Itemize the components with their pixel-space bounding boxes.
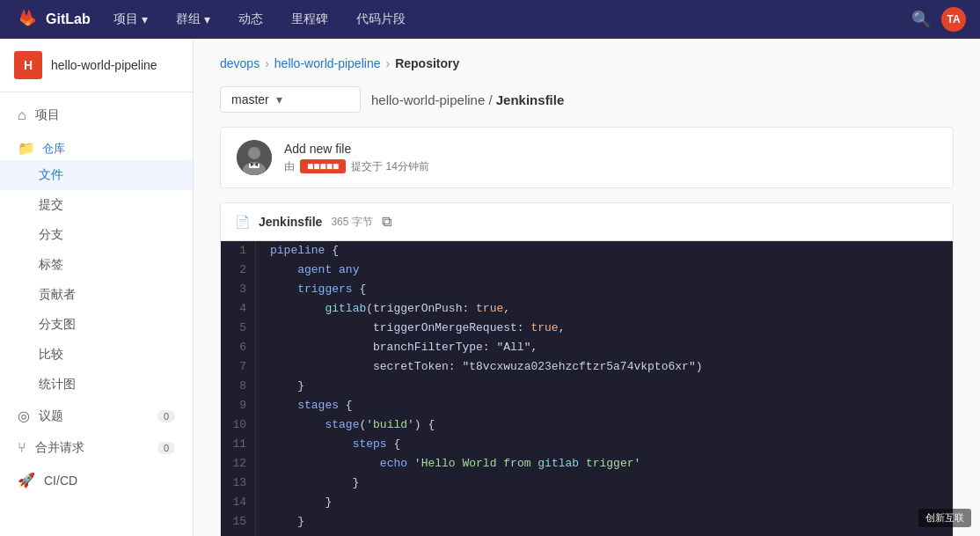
svg-point-1	[248, 147, 260, 159]
code-line: 7 secretToken: "t8vcxwuza023ehzcftzr5a74…	[221, 357, 953, 377]
code-line: 10 stage('build') {	[221, 415, 953, 435]
breadcrumb-project[interactable]: hello-world-pipeline	[274, 56, 381, 70]
home-icon: ⌂	[18, 107, 26, 123]
branch-selector[interactable]: master ▾	[220, 86, 361, 113]
code-line: 4 gitlab(triggerOnPush: true,	[221, 299, 953, 319]
sidebar-item-issues[interactable]: ◎ 议题 0	[0, 400, 193, 432]
nav-activity[interactable]: 动态	[233, 8, 268, 31]
code-block: 1pipeline {2 agent any3 triggers {4 gitl…	[221, 241, 953, 536]
commit-meta: 由 ■■■■■ 提交于 14分钟前	[284, 159, 937, 174]
breadcrumb: devops › hello-world-pipeline › Reposito…	[220, 56, 954, 70]
code-line: 16}	[221, 532, 953, 536]
user-avatar[interactable]: TA	[941, 7, 966, 32]
code-line: 15 }	[221, 512, 953, 532]
project-name: hello-world-pipeline	[51, 58, 157, 72]
sidebar-item-graph[interactable]: 分支图	[0, 310, 193, 340]
sidebar-project-header: H hello-world-pipeline	[0, 39, 193, 92]
commit-avatar	[237, 140, 272, 175]
main-content: devops › hello-world-pipeline › Reposito…	[194, 39, 980, 536]
nav-milestones[interactable]: 里程碑	[286, 8, 333, 31]
file-viewer: 📄 Jenkinsfile 365 字节 ⧉ 1pipeline {2 agen…	[220, 202, 954, 536]
project-avatar: H	[14, 51, 42, 79]
nav-projects[interactable]: 项目 ▾	[108, 8, 153, 31]
commit-author-tag: ■■■■■	[300, 159, 346, 173]
code-line: 13 }	[221, 474, 953, 493]
sidebar-item-charts[interactable]: 统计图	[0, 370, 193, 400]
sidebar-item-branches[interactable]: 分支	[0, 220, 193, 250]
code-line: 12 echo 'Hello World from gitlab trigger…	[221, 454, 953, 474]
sidebar-nav: ⌂ 项目 📁 仓库 文件 提交 分支 标签 贡献者	[0, 92, 193, 503]
search-icon[interactable]: 🔍	[911, 10, 931, 29]
code-line: 2 agent any	[221, 261, 953, 280]
file-size: 365 字节	[331, 215, 372, 230]
commit-details: Add new file 由 ■■■■■ 提交于 14分钟前	[284, 142, 937, 174]
nav-groups[interactable]: 群组 ▾	[171, 8, 216, 31]
issues-icon: ◎	[18, 408, 30, 424]
sidebar-item-project[interactable]: ⌂ 项目	[0, 99, 193, 131]
merge-badge: 0	[157, 442, 175, 454]
sidebar: H hello-world-pipeline ⌂ 项目 📁 仓库 文件 提交 分…	[0, 39, 194, 536]
sidebar-item-files[interactable]: 文件	[0, 160, 193, 190]
code-line: 5 triggerOnMergeRequest: true,	[221, 319, 953, 338]
svg-rect-3	[249, 164, 260, 168]
sidebar-item-tags[interactable]: 标签	[0, 250, 193, 280]
breadcrumb-devops[interactable]: devops	[220, 56, 260, 70]
filename-label: Jenkinsfile	[259, 215, 322, 229]
watermark: 创新互联	[918, 509, 971, 527]
merge-icon: ⑂	[18, 440, 26, 456]
gitlab-logo[interactable]: GitLab	[14, 7, 91, 32]
code-line: 11 steps {	[221, 435, 953, 454]
code-line: 8 }	[221, 377, 953, 396]
topnav: GitLab 项目 ▾ 群组 ▾ 动态 里程碑 代码片段 🔍 TA	[0, 0, 980, 39]
issues-badge: 0	[157, 410, 175, 422]
sidebar-item-cicd[interactable]: 🚀 CI/CD	[0, 464, 193, 496]
commit-info: Add new file 由 ■■■■■ 提交于 14分钟前	[220, 127, 954, 188]
code-line: 14 }	[221, 493, 953, 512]
code-line: 6 branchFilterType: "All",	[221, 338, 953, 357]
code-line: 1pipeline {	[221, 241, 953, 261]
code-line: 3 triggers {	[221, 280, 953, 299]
sidebar-section-repository[interactable]: 📁 仓库	[0, 131, 193, 160]
copy-icon[interactable]: ⧉	[382, 214, 391, 230]
sidebar-item-merge-requests[interactable]: ⑂ 合并请求 0	[0, 432, 193, 464]
file-path-text: hello-world-pipeline / Jenkinsfile	[371, 92, 564, 107]
sidebar-item-contributors[interactable]: 贡献者	[0, 280, 193, 310]
sidebar-item-commits[interactable]: 提交	[0, 190, 193, 220]
sidebar-item-compare[interactable]: 比较	[0, 340, 193, 370]
commit-message: Add new file	[284, 142, 937, 156]
breadcrumb-current: Repository	[395, 56, 459, 70]
cicd-icon: 🚀	[18, 472, 35, 488]
code-line: 9 stages {	[221, 396, 953, 415]
file-path-bar: master ▾ hello-world-pipeline / Jenkinsf…	[220, 86, 954, 113]
book-icon: 📁	[18, 140, 35, 157]
chevron-down-icon: ▾	[276, 92, 282, 106]
file-viewer-header: 📄 Jenkinsfile 365 字节 ⧉	[221, 203, 953, 241]
nav-snippets[interactable]: 代码片段	[351, 8, 411, 31]
file-icon: 📄	[235, 215, 250, 229]
